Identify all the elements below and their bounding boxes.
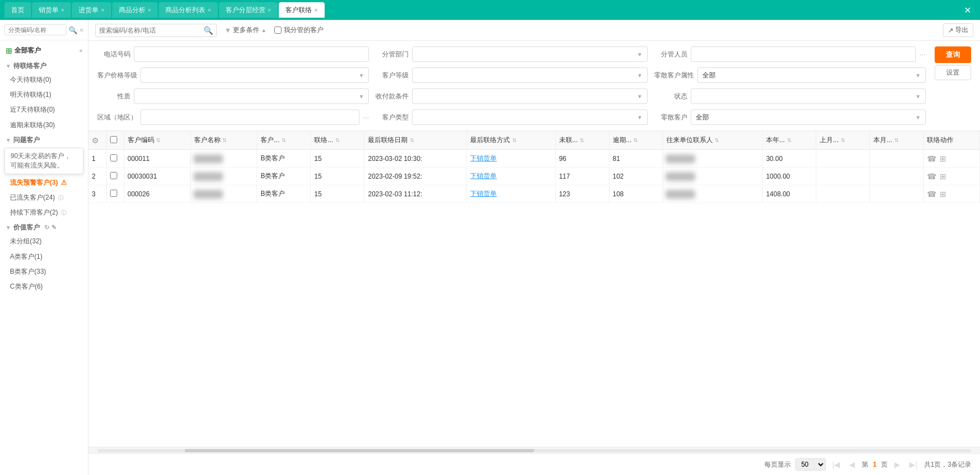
tab-customer-tiering[interactable]: 客户分层经营 × bbox=[219, 2, 278, 18]
export-button[interactable]: ↗ 导出 bbox=[943, 23, 973, 37]
th-overdue: 逾期... ⇅ bbox=[609, 131, 663, 150]
row-1-checkbox[interactable] bbox=[110, 154, 117, 161]
filter-person-input[interactable] bbox=[691, 46, 916, 62]
query-button[interactable]: 查询 bbox=[935, 46, 971, 63]
sidebar-section-pending[interactable]: ▼ 待联络客户 bbox=[0, 59, 88, 72]
td-month-2 bbox=[870, 168, 924, 185]
sidebar-item-overdue-pending[interactable]: 逾期未联络(30) bbox=[0, 118, 88, 133]
filter-gender-select[interactable]: ▼ bbox=[134, 88, 369, 104]
filter-customer-type-select[interactable]: ▼ bbox=[412, 109, 647, 125]
search-button-icon[interactable]: 🔍 bbox=[204, 26, 213, 35]
action-more-icon-2[interactable]: ⊞ bbox=[940, 172, 946, 181]
sidebar-item-ungrouped[interactable]: 未分组(32) bbox=[0, 234, 88, 249]
sidebar-section-value[interactable]: ▼ 价值客户 ↻ ✎ bbox=[0, 220, 88, 234]
edit-icon[interactable]: ✎ bbox=[51, 224, 56, 231]
tab-bar: 首页 销货单 × 进货单 × 商品分析 × 商品分析列表 × 客户分层经营 × … bbox=[0, 0, 980, 20]
filter-person-dots[interactable]: ··· bbox=[919, 50, 926, 59]
filter-customer-level-select[interactable]: ▼ bbox=[412, 67, 647, 83]
table-wrap: ⚙ 客户编码 ⇅ 客户名称 ⇅ bbox=[88, 131, 980, 447]
table-settings-icon[interactable]: ⚙ bbox=[92, 136, 99, 145]
method-link-1[interactable]: 下销货单 bbox=[470, 154, 497, 162]
tab-product-analysis-close[interactable]: × bbox=[148, 7, 151, 13]
sidebar-collapse-btn[interactable]: « bbox=[79, 48, 82, 54]
tab-customer-contact[interactable]: 客户联络 × bbox=[279, 2, 324, 18]
tab-sales-order[interactable]: 销货单 × bbox=[32, 2, 71, 18]
sidebar-item-class-a[interactable]: A类客户(1) bbox=[0, 249, 88, 264]
last-page-button[interactable]: ▶| bbox=[907, 459, 920, 470]
info-icon-2: ⓘ bbox=[61, 210, 66, 216]
refresh-icon[interactable]: ↻ bbox=[44, 224, 49, 231]
first-page-button[interactable]: |◀ bbox=[830, 459, 843, 470]
tab-product-analysis-list-close[interactable]: × bbox=[207, 7, 211, 13]
tab-product-analysis[interactable]: 商品分析 × bbox=[112, 2, 158, 18]
th-month: 本月... ⇅ bbox=[870, 131, 924, 150]
more-filter-button[interactable]: ▼ 更多条件 ▲ bbox=[221, 24, 270, 36]
sidebar-all-customers[interactable]: ⊞ 全部客户 « bbox=[0, 43, 88, 59]
sidebar-section-problem[interactable]: ▼ 问题客户 bbox=[0, 133, 88, 147]
my-customers-checkbox[interactable] bbox=[274, 27, 282, 34]
sidebar-search-icon[interactable]: 🔍 bbox=[69, 26, 77, 34]
window-close-button[interactable]: ✕ bbox=[960, 3, 976, 18]
sort-method-icon[interactable]: ⇅ bbox=[512, 137, 517, 143]
filter-payment-select[interactable]: ▼ bbox=[412, 88, 647, 104]
sort-person-icon[interactable]: ⇅ bbox=[715, 137, 719, 143]
sidebar-search-input[interactable] bbox=[4, 24, 66, 35]
horizontal-scrollbar[interactable] bbox=[88, 447, 980, 453]
next-page-button[interactable]: ▶ bbox=[892, 459, 903, 470]
action-contact-icon-2[interactable]: ☎ bbox=[927, 172, 936, 181]
sort-name-icon[interactable]: ⇅ bbox=[222, 137, 227, 143]
action-more-icon-3[interactable]: ⊞ bbox=[940, 190, 946, 199]
sidebar-collapse-icon[interactable]: « bbox=[80, 26, 84, 34]
filter-zero-attr-select[interactable]: 全部 ▼ bbox=[697, 67, 926, 83]
chevron-down-icon-6: ▼ bbox=[637, 93, 643, 100]
tab-customer-contact-close[interactable]: × bbox=[314, 7, 317, 13]
sort-month-icon[interactable]: ⇅ bbox=[894, 137, 899, 143]
filter-zero-customer-select[interactable]: 全部 ▼ bbox=[691, 109, 926, 125]
row-3-checkbox[interactable] bbox=[110, 190, 117, 197]
sort-overdue-icon[interactable]: ⇅ bbox=[633, 137, 638, 143]
sort-code-icon[interactable]: ⇅ bbox=[156, 137, 160, 143]
action-more-icon-1[interactable]: ⊞ bbox=[940, 154, 946, 163]
per-page-select[interactable]: 50 100 bbox=[795, 458, 826, 471]
action-contact-icon-1[interactable]: ☎ bbox=[927, 154, 936, 163]
th-year: 本年... ⇅ bbox=[763, 131, 816, 150]
tab-home[interactable]: 首页 bbox=[4, 2, 31, 18]
sort-not-contact-icon[interactable]: ⇅ bbox=[580, 137, 584, 143]
filter-status-select[interactable]: ▼ bbox=[691, 88, 926, 104]
sort-year-icon[interactable]: ⇅ bbox=[787, 137, 791, 143]
main-layout: 🔍 « ⊞ 全部客户 « ▼ 待联络客户 今天待联络(0) 明天待联络(1) 近… bbox=[0, 20, 980, 475]
sidebar-item-week-pending[interactable]: 近7天待联络(0) bbox=[0, 102, 88, 117]
method-link-2[interactable]: 下销货单 bbox=[470, 172, 497, 180]
chevron-down-icon-2: ▼ bbox=[358, 72, 364, 79]
tab-product-analysis-list[interactable]: 商品分析列表 × bbox=[159, 2, 217, 18]
tab-customer-tiering-close[interactable]: × bbox=[268, 7, 271, 13]
prev-page-button[interactable]: ◀ bbox=[847, 459, 857, 470]
select-all-checkbox[interactable] bbox=[110, 136, 117, 143]
sidebar-item-class-c[interactable]: C类客户(6) bbox=[0, 279, 88, 294]
sort-date-icon[interactable]: ⇅ bbox=[410, 137, 414, 143]
sidebar-item-churn-warning[interactable]: 流失预警客户(3) ⚠ bbox=[0, 175, 88, 190]
row-2-checkbox[interactable] bbox=[110, 172, 117, 179]
action-contact-icon-3[interactable]: ☎ bbox=[927, 190, 936, 199]
sidebar-item-today-pending[interactable]: 今天待联络(0) bbox=[0, 72, 88, 87]
filter-region-dots[interactable]: ··· bbox=[363, 113, 369, 122]
tab-sales-order-close[interactable]: × bbox=[61, 7, 64, 13]
sidebar-item-tomorrow-pending[interactable]: 明天待联络(1) bbox=[0, 87, 88, 102]
sidebar-item-declining[interactable]: 持续下滑客户(2) ⓘ bbox=[0, 205, 88, 220]
filter-dept-select[interactable]: ▼ bbox=[412, 46, 647, 62]
sidebar-item-class-b[interactable]: B类客户(33) bbox=[0, 264, 88, 279]
tab-purchase-order[interactable]: 进货单 × bbox=[72, 2, 111, 18]
tab-purchase-order-close[interactable]: × bbox=[101, 7, 104, 13]
search-input[interactable] bbox=[99, 27, 201, 34]
method-link-3[interactable]: 下销货单 bbox=[470, 190, 497, 197]
th-last-method: 最后联络方式 ⇅ bbox=[467, 131, 555, 150]
filter-phone-input[interactable] bbox=[134, 46, 369, 62]
sort-type-icon[interactable]: ⇅ bbox=[282, 137, 286, 143]
sort-last-month-icon[interactable]: ⇅ bbox=[841, 137, 845, 143]
filter-region-input[interactable] bbox=[140, 109, 359, 125]
sort-contact-icon[interactable]: ⇅ bbox=[335, 137, 340, 143]
sidebar-item-churned[interactable]: 已流失客户(24) ⓘ bbox=[0, 190, 88, 205]
filter-price-level-select[interactable]: ▼ bbox=[140, 67, 369, 83]
my-customers-checkbox-label[interactable]: 我分管的客户 bbox=[274, 25, 324, 35]
settings-button[interactable]: 设置 bbox=[935, 65, 971, 80]
